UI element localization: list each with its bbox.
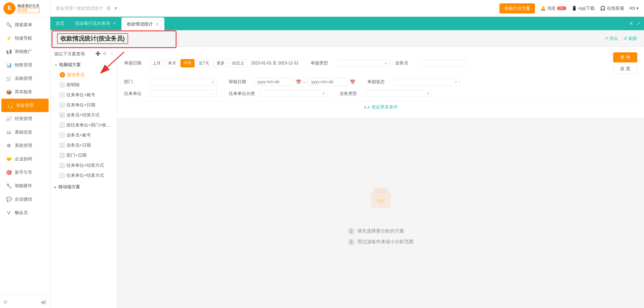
sidebar-item-quicknav[interactable]: ⚡ 快捷导航	[0, 32, 50, 45]
date-btn-last-month[interactable]: 上月	[150, 59, 164, 67]
calendar-icon-1[interactable]: 📅	[296, 80, 301, 85]
trial-btn[interactable]: 体验行业方案	[499, 3, 535, 13]
add-scheme-icon[interactable]: ➕	[95, 51, 101, 57]
scheme-item-salesperson-account[interactable]: ⊟ 业务员+账号	[50, 130, 117, 140]
dept-select[interactable]: ▾	[150, 79, 217, 86]
maximize-window-btn[interactable]: ⤢	[637, 21, 641, 26]
tabbar-right: ✕ ⤢	[629, 21, 644, 26]
date-btn-this-month[interactable]: 本月	[165, 59, 179, 67]
topbar-dropdown-icon[interactable]: ▾	[114, 5, 117, 11]
date-range-text: 2023-01-01 至 2023-12-31	[251, 60, 299, 66]
user-avatar[interactable]: Rit ▾	[630, 6, 639, 11]
date-btn-custom[interactable]: 自定义	[229, 59, 247, 67]
scheme-item-salesperson-date[interactable]: 🕐 业务员+日期	[50, 140, 117, 150]
collapse-filter-btn[interactable]: ∧∧ 收起更多条件	[124, 101, 637, 113]
operations-icon: 📈	[5, 115, 12, 122]
date-label: 单据日期	[124, 60, 144, 66]
sidebar-item-operations[interactable]: 📈 经营管理	[0, 112, 50, 125]
scheme-item-salesperson[interactable]: ● 按业务员	[50, 70, 117, 80]
doc-status-arrow-icon: ▾	[455, 80, 457, 84]
empty-illustration	[364, 181, 397, 221]
scheme-item-label: 业务员+账号	[66, 132, 91, 138]
mobile-group-label: 移动端方案	[58, 184, 80, 190]
salesperson-select[interactable]: ···	[421, 60, 468, 67]
detail-icon: ⊞	[60, 83, 64, 87]
date-btn-last-7[interactable]: 近7天	[196, 59, 212, 67]
sidebar-item-sales[interactable]: 📊 销售管理	[0, 58, 50, 72]
doc-status-label: 单据状态	[367, 79, 387, 85]
sidebar-item-system[interactable]: ⚙ 系统管理	[0, 139, 50, 152]
scheme-item-unit-settle1[interactable]: ⊞ 往来单位+结算方式	[50, 160, 117, 170]
scheme-item-unit-dept[interactable]: ⊟ 按往来单位+部门+收...	[50, 120, 117, 130]
biz-type-select[interactable]: ▾	[365, 90, 432, 97]
sidebar-item-purchase[interactable]: 🛒 采购管理	[0, 72, 50, 85]
sidebar-item-marketing[interactable]: 📢 营销推广	[0, 45, 50, 58]
tab-home[interactable]: 首页	[50, 17, 70, 30]
salesperson-settle-icon: ▦	[60, 113, 64, 117]
doc-type-select[interactable]: ▾	[336, 60, 390, 67]
sidebar-item-basic[interactable]: 🗂 基础信息	[0, 125, 50, 139]
enterprise-icon: 🤝	[5, 156, 12, 162]
scheme-item-unit-settle2[interactable]: ⊟ 往来单位+结算方式	[50, 170, 117, 181]
settings-bottom-btn[interactable]: ⚙	[3, 299, 8, 305]
page-header-right: ↗ 导出 ↺ 刷新	[604, 36, 637, 42]
sidebar-item-hardware[interactable]: 🔧 智能硬件	[0, 179, 50, 193]
sidebar-item-finance[interactable]: 💰 资金管理	[1, 99, 49, 112]
empty-tip-2: 2 用过滤条件来缩小分析范围	[348, 239, 414, 245]
filter-row-1: 单据日期 上月 本月 本年 近7天 更多 自定义 2023-01-01 至 20…	[124, 52, 637, 74]
tab-collection[interactable]: 收款情况统计 ✕	[121, 17, 164, 31]
sidebar-item-label: 快捷导航	[15, 35, 32, 41]
app-download-btn[interactable]: 📱 App下载	[572, 5, 595, 11]
sidebar-item-inventory[interactable]: 📦 库存核算	[0, 85, 50, 99]
topbar-gear-icon[interactable]: ⚙	[106, 5, 111, 11]
tab-cashflow-close[interactable]: ✕	[113, 21, 116, 26]
manage-scheme-icon[interactable]: ⚙	[103, 51, 107, 57]
tabbar: 首页 现金银行流水查询 ✕ 收款情况统计 ✕ ✕ ⤢	[50, 17, 644, 30]
messages-btn[interactable]: 🔔 消息 99+	[540, 5, 566, 11]
tip-num-2: 2	[348, 239, 355, 245]
system-icon: ⚙	[5, 142, 12, 149]
doc-status-select[interactable]: ▾	[393, 79, 460, 86]
messages-label: 消息	[547, 5, 556, 11]
tab-collection-close[interactable]: ✕	[156, 22, 159, 27]
scheme-item-unit-date[interactable]: ⊟ 往来单位+日期	[50, 100, 117, 110]
date-btn-more[interactable]: 更多	[214, 59, 228, 67]
sidebar-item-enterprise[interactable]: 🤝 企业协同	[0, 152, 50, 166]
scheme-item-unit-account[interactable]: ⊟ 往来单位+账号	[50, 90, 117, 100]
date-btn-this-year[interactable]: 本年	[180, 59, 195, 67]
query-btn[interactable]: 查 询	[613, 52, 637, 62]
sidebar-item-label: 经营管理	[15, 116, 32, 122]
filter-actions: 查 询 设 置	[613, 52, 637, 74]
messages-badge: 99+	[557, 6, 566, 10]
collapse-panel-icon[interactable]: 《	[109, 51, 113, 57]
refresh-label: 刷新	[629, 36, 637, 42]
sidebar-item-member[interactable]: V 畅会员	[0, 206, 50, 219]
collapse-sidebar-btn[interactable]: ◀‖	[41, 299, 47, 305]
sidebar-item-search[interactable]: 🔍 搜索菜单	[0, 18, 50, 32]
unit-date-icon: ⊟	[60, 103, 64, 107]
setting-btn[interactable]: 设 置	[613, 64, 637, 74]
audit-date-label: 审核日期	[229, 79, 249, 85]
topbar: 资金管理 / 收款情况统计 ⚙ ▾ 体验行业方案 🔔 消息 99+ 📱 App下…	[50, 0, 644, 17]
scheme-item-detail[interactable]: ⊞ 按明细	[50, 80, 117, 90]
tab-cashflow[interactable]: 现金银行流水查询 ✕	[70, 17, 121, 30]
partner-category-select[interactable]: ▾	[260, 90, 327, 97]
page-title: 收款情况统计(按业务员)	[57, 33, 128, 44]
sidebar-item-wechat[interactable]: 💬 企业微信	[0, 193, 50, 206]
pc-group-title[interactable]: ▼ 电脑端方案	[50, 60, 117, 70]
online-service-btn[interactable]: 🎧 在线客服	[600, 5, 624, 11]
scheme-item-dept-date[interactable]: 🕐 部门+日期	[50, 150, 117, 160]
content-area: 按以下方案查询 ➕ ⚙ 《 ▼ 电脑端方案 ● 按业务员 ⊞	[50, 47, 644, 308]
partner-category-arrow-icon: ▾	[323, 92, 324, 95]
export-btn[interactable]: ↗ 导出	[604, 36, 618, 42]
scheme-item-salesperson-settle[interactable]: ▦ 业务员+结算方式	[50, 110, 117, 120]
audit-date-end[interactable]	[308, 78, 348, 86]
refresh-btn[interactable]: ↺ 刷新	[624, 36, 637, 42]
mobile-group-title[interactable]: ▶ 移动端方案	[50, 182, 117, 192]
sidebar-item-guide[interactable]: 🎯 新手引导	[0, 166, 50, 179]
calendar-icon-2[interactable]: 📅	[350, 80, 355, 85]
close-window-btn[interactable]: ✕	[629, 21, 633, 26]
partner-select[interactable]: ···	[150, 90, 217, 97]
sidebar-item-label: 新手引导	[15, 169, 32, 175]
audit-date-start[interactable]	[254, 78, 294, 86]
